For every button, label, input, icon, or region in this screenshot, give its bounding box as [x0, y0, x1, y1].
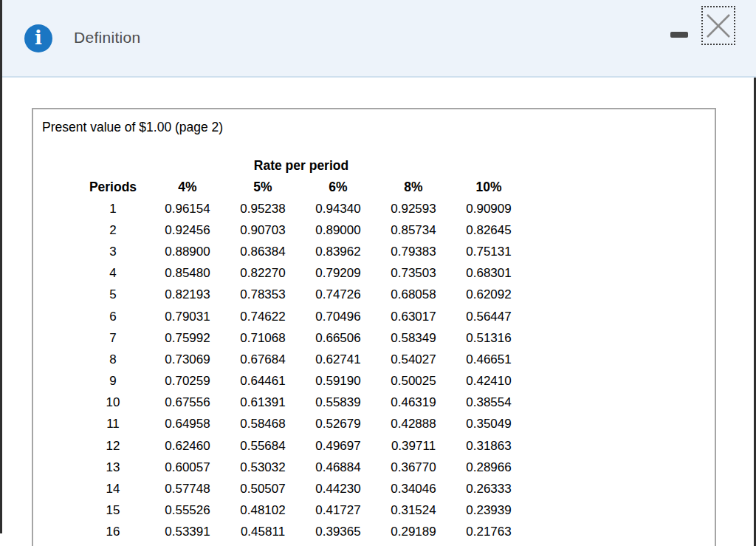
pv-factor-cell: 0.31863: [451, 435, 526, 457]
pv-factor-cell: 0.46651: [451, 349, 526, 370]
pv-factor-cell: 0.53391: [150, 522, 225, 543]
pv-factor-cell: 0.29189: [376, 522, 451, 543]
period-cell: 4: [76, 263, 150, 284]
column-header-8pct: 8%: [376, 177, 451, 198]
pv-factor-cell: 0.36770: [376, 457, 451, 478]
table-row: 30.889000.863840.839620.793830.75131: [76, 241, 526, 262]
period-cell: 9: [76, 371, 150, 392]
pv-factor-cell: 0.35049: [451, 414, 526, 435]
period-cell: 8: [76, 349, 150, 370]
period-cell: 5: [76, 284, 150, 306]
close-button[interactable]: [701, 6, 735, 45]
panel-title: Present value of $1.00 (page 2): [42, 120, 223, 135]
info-icon: i: [24, 24, 52, 52]
pv-factor-cell: 0.54027: [376, 349, 451, 370]
table-row: 100.675560.613910.558390.463190.38554: [76, 392, 526, 414]
pv-factor-cell: 0.46884: [300, 457, 376, 478]
pv-factor-cell: 0.73069: [150, 349, 225, 370]
table-row: 20.924560.907030.890000.857340.82645: [76, 219, 526, 241]
pv-factor-cell: 0.26333: [451, 478, 526, 499]
pv-factor-cell: 0.94340: [300, 198, 376, 219]
pv-factor-cell: 0.92456: [150, 219, 225, 241]
pv-factor-cell: 0.42410: [451, 371, 526, 392]
pv-factor-cell: 0.55839: [300, 392, 376, 414]
pv-factor-cell: 0.64958: [150, 414, 225, 435]
table-row: 140.577480.505070.442300.340460.26333: [76, 478, 526, 499]
pv-factor-cell: 0.85734: [376, 219, 451, 241]
period-cell: 10: [76, 392, 150, 414]
pv-factor-cell: 0.70259: [150, 371, 225, 392]
pv-factor-cell: 0.96154: [150, 198, 225, 219]
pv-factor-cell: 0.49697: [300, 435, 376, 457]
pv-factor-cell: 0.21763: [451, 522, 526, 543]
pv-factor-cell: 0.79209: [300, 263, 376, 284]
pv-factor-cell: 0.46319: [376, 392, 451, 414]
pv-factor-cell: 0.75992: [150, 327, 225, 349]
column-header-6pct: 6%: [300, 177, 376, 198]
pv-factor-cell: 0.92593: [376, 198, 451, 219]
pv-factor-cell: 0.48102: [225, 500, 300, 522]
table-row: 50.821930.783530.747260.680580.62092: [76, 284, 526, 306]
pv-factor-cell: 0.58468: [225, 414, 300, 435]
table-row: 70.759920.710680.665060.583490.51316: [76, 327, 526, 349]
pv-factor-cell: 0.68058: [376, 284, 451, 306]
pv-factor-cell: 0.62460: [150, 435, 225, 457]
period-cell: 16: [76, 522, 150, 543]
window-title: Definition: [74, 29, 141, 47]
table-caption-row: Rate per period: [76, 155, 526, 177]
pv-factor-cell: 0.50025: [376, 371, 451, 392]
period-cell: 11: [76, 414, 150, 435]
pv-factor-cell: 0.45811: [225, 522, 300, 543]
screen-edge-left: [0, 0, 2, 533]
pv-factor-cell: 0.75131: [451, 241, 526, 262]
pv-factor-cell: 0.31524: [376, 500, 451, 522]
definition-window: i Definition Present value of $1.00 (pag…: [0, 0, 756, 546]
pv-factor-cell: 0.38554: [451, 392, 526, 414]
close-icon: [703, 7, 734, 44]
pv-factor-cell: 0.74622: [225, 306, 300, 327]
pv-factor-cell: 0.34046: [376, 478, 451, 499]
pv-factor-cell: 0.58349: [376, 327, 451, 349]
pv-factor-cell: 0.70496: [300, 306, 376, 327]
pv-factor-cell: 0.61391: [225, 392, 300, 414]
table-caption: Rate per period: [76, 155, 526, 177]
pv-factor-cell: 0.74726: [300, 284, 376, 306]
pv-factor-cell: 0.83962: [300, 241, 376, 262]
pv-factor-cell: 0.52679: [300, 414, 376, 435]
pv-factor-cell: 0.60057: [150, 457, 225, 478]
pv-factor-cell: 0.39365: [300, 522, 376, 543]
period-cell: 15: [76, 500, 150, 522]
pv-factor-cell: 0.28966: [451, 457, 526, 478]
period-cell: 6: [76, 306, 150, 327]
pv-factor-cell: 0.51316: [451, 327, 526, 349]
present-value-table: Rate per period Periods4%5%6%8%10% 10.96…: [76, 155, 526, 543]
column-header-5pct: 5%: [225, 177, 300, 198]
pv-factor-cell: 0.56447: [451, 306, 526, 327]
pv-factor-cell: 0.50507: [225, 478, 300, 499]
table-row: 120.624600.556840.496970.397110.31863: [76, 435, 526, 457]
table-row: 90.702590.644610.591900.500250.42410: [76, 371, 526, 392]
period-cell: 3: [76, 241, 150, 262]
pv-factor-cell: 0.64461: [225, 371, 300, 392]
pv-factor-cell: 0.68301: [451, 263, 526, 284]
pv-factor-cell: 0.42888: [376, 414, 451, 435]
pv-factor-cell: 0.78353: [225, 284, 300, 306]
table-row: 40.854800.822700.792090.735030.68301: [76, 263, 526, 284]
definition-panel: Present value of $1.00 (page 2) Rate per…: [32, 108, 716, 546]
pv-factor-cell: 0.86384: [225, 241, 300, 262]
pv-factor-cell: 0.90703: [225, 219, 300, 241]
pv-factor-cell: 0.53032: [225, 457, 300, 478]
pv-factor-cell: 0.88900: [150, 241, 225, 262]
pv-factor-cell: 0.55526: [150, 500, 225, 522]
table-row: 60.790310.746220.704960.630170.56447: [76, 306, 526, 327]
table-header-row: Periods4%5%6%8%10%: [76, 177, 526, 198]
pv-factor-cell: 0.67684: [225, 349, 300, 370]
pv-factor-cell: 0.44230: [300, 478, 376, 499]
period-cell: 1: [76, 198, 150, 219]
pv-factor-cell: 0.67556: [150, 392, 225, 414]
pv-factor-cell: 0.73503: [376, 263, 451, 284]
period-cell: 7: [76, 327, 150, 349]
minimize-button[interactable]: [670, 32, 688, 38]
pv-factor-cell: 0.59190: [300, 371, 376, 392]
pv-factor-cell: 0.89000: [300, 219, 376, 241]
